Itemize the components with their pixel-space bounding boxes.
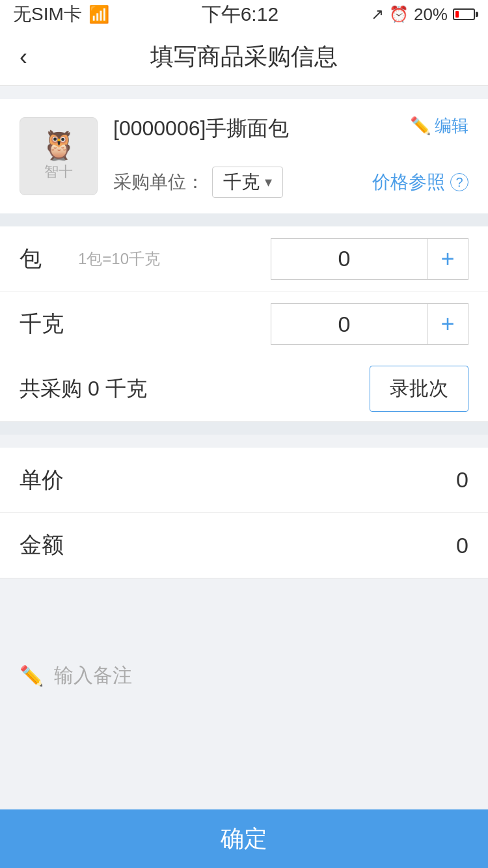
status-bar: 无SIM卡 📶 下午6:12 ↗ ⏰ 20%: [0, 0, 488, 29]
unit-value: 千克: [223, 170, 260, 195]
price-section: 单价 0 金额 0: [0, 448, 488, 578]
batch-button[interactable]: 录批次: [370, 366, 468, 412]
bao-input-right: +: [271, 238, 468, 280]
back-button[interactable]: ‹: [20, 37, 40, 77]
edit-label: 编辑: [435, 115, 468, 137]
kg-input-row: 千克 +: [0, 292, 488, 357]
bao-label: 包: [20, 244, 72, 274]
product-thumbnail: 🦉 智十: [20, 117, 98, 195]
notes-placeholder: 输入备注: [54, 662, 132, 689]
status-time: 下午6:12: [202, 1, 278, 28]
product-name: [0000006]手撕面包: [113, 115, 289, 143]
pencil-icon: ✏️: [20, 664, 44, 687]
input-section: 包 1包=10千克 + 千克 +: [0, 226, 488, 357]
status-left: 无SIM卡 📶: [13, 2, 109, 27]
confirm-button[interactable]: 确定: [0, 809, 488, 868]
kg-input-right: +: [271, 303, 468, 345]
bao-quantity-input[interactable]: [271, 238, 427, 280]
product-unit-row: 采购单位： 千克 ▾ 价格参照 ?: [113, 167, 468, 198]
unit-price-value: 0: [456, 467, 468, 493]
wifi-icon: 📶: [88, 5, 109, 25]
section-divider-1: [0, 213, 488, 226]
bao-plus-button[interactable]: +: [427, 238, 468, 280]
product-thumb-icon: 🦉: [41, 131, 77, 159]
bao-input-row: 包 1包=10千克 +: [0, 226, 488, 292]
page-title: 填写商品采购信息: [150, 41, 338, 73]
product-info: [0000006]手撕面包 ✏️ 编辑 采购单位： 千克 ▾ 价格参照 ?: [113, 115, 468, 198]
product-top-row: [0000006]手撕面包 ✏️ 编辑: [113, 115, 468, 156]
status-right: ↗ ⏰ 20%: [371, 5, 475, 25]
nav-bar: ‹ 填写商品采购信息: [0, 29, 488, 86]
unit-price-row: 单价 0: [0, 448, 488, 513]
price-ref-icon: ?: [450, 173, 468, 191]
confirm-label: 确定: [221, 823, 267, 855]
dropdown-arrow-icon: ▾: [265, 174, 272, 191]
amount-value: 0: [456, 533, 468, 558]
unit-price-label: 单价: [20, 465, 64, 495]
amount-row: 金额 0: [0, 513, 488, 578]
carrier-text: 无SIM卡: [13, 2, 82, 27]
edit-button[interactable]: ✏️ 编辑: [410, 115, 468, 137]
price-ref-label: 价格参照: [372, 170, 445, 195]
product-card: 🦉 智十 [0000006]手撕面包 ✏️ 编辑 采购单位： 千克 ▾ 价格参照…: [0, 99, 488, 213]
price-ref-button[interactable]: 价格参照 ?: [372, 170, 468, 195]
kg-quantity-input[interactable]: [271, 303, 427, 345]
battery-percent: 20%: [414, 5, 448, 25]
bao-sublabel: 1包=10千克: [78, 249, 160, 269]
amount-label: 金额: [20, 530, 64, 560]
notes-section[interactable]: ✏️ 输入备注: [0, 578, 488, 773]
brand-text: 智十: [44, 162, 73, 182]
kg-plus-button[interactable]: +: [427, 303, 468, 345]
kg-label: 千克: [20, 309, 72, 339]
battery-icon: [453, 8, 475, 20]
summary-text: 共采购 0 千克: [20, 375, 147, 403]
edit-icon: ✏️: [410, 116, 431, 136]
section-divider-2: [0, 422, 488, 435]
summary-row: 共采购 0 千克 录批次: [0, 357, 488, 422]
unit-selector-group: 采购单位： 千克 ▾: [113, 167, 283, 198]
unit-selector[interactable]: 千克 ▾: [212, 167, 283, 198]
alarm-icon: ⏰: [389, 5, 409, 23]
unit-label: 采购单位：: [113, 170, 204, 195]
location-icon: ↗: [371, 5, 384, 23]
